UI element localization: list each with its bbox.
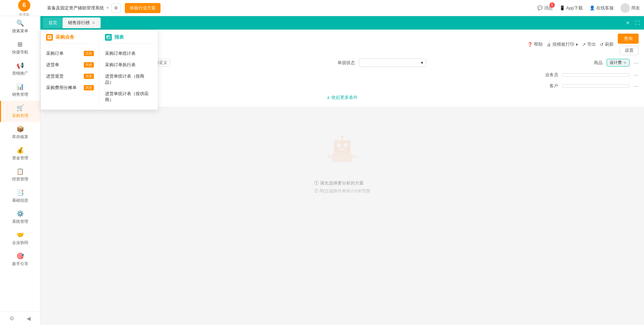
print-chevron[interactable]: ▾ xyxy=(576,42,578,47)
sidebar: 🔍 搜索菜单 ⊞ 快捷导航 📢 营销推广 📊 销售管理 🛒 采购管理 📦 库存核… xyxy=(0,16,40,325)
tab-close-action[interactable]: ✕ xyxy=(624,19,632,27)
sidebar-item-basic-info[interactable]: 📑 基础信息 xyxy=(0,186,40,207)
svg-rect-0 xyxy=(334,140,351,154)
dropdown-item-stock-return[interactable]: 进货退货 历史 xyxy=(46,71,94,82)
customer-dots[interactable]: ··· xyxy=(634,83,639,89)
logo-icon: 6 xyxy=(18,0,30,11)
export-button[interactable]: ↗ 导出 xyxy=(582,41,596,47)
refresh-icon: ↺ xyxy=(600,42,604,47)
search-icon: 🔍 xyxy=(16,19,24,27)
svg-point-6 xyxy=(341,135,344,138)
tab-home[interactable]: 首页 xyxy=(43,17,63,28)
doc-status-select[interactable]: ▾ xyxy=(359,58,426,67)
clipboard-icon: 📋 xyxy=(16,168,24,175)
gear-icon: ⚙️ xyxy=(16,210,24,217)
dropdown-report-col: 报表 采购订单统计表 采购订单执行表 进货单统计表（按商品） 进货单统计表（按供… xyxy=(99,34,158,106)
tab-bar: 首页 销售排行榜 ✕ ✕ ⛶ xyxy=(40,16,644,30)
dropdown-item-purchase-order[interactable]: 采购订单 历史 xyxy=(46,48,94,59)
service-icon: 👤 xyxy=(589,5,595,10)
dropdown-item-report-1[interactable]: 采购订单执行表 xyxy=(105,59,153,71)
doc-icon: 📑 xyxy=(16,189,24,196)
message-item[interactable]: 💬 消息 5 xyxy=(537,5,553,11)
sidebar-item-marketing[interactable]: 📢 营销推广 xyxy=(0,58,40,80)
goods-tag-close[interactable]: ✕ xyxy=(623,60,627,65)
sidebar-item-guide[interactable]: 🎯 新手引导 xyxy=(0,249,40,270)
export-icon: ↗ xyxy=(582,42,586,47)
empty-hint-1: ① 请先选择要分析的方案 xyxy=(314,180,364,186)
tab-sales-rank[interactable]: 销售排行榜 ✕ xyxy=(63,17,101,28)
collapse-icon: ∧ xyxy=(327,95,330,100)
phone-icon: 📱 xyxy=(560,5,565,10)
empty-illustration xyxy=(325,133,359,173)
handshake-icon: 🤝 xyxy=(16,231,24,239)
print-icon: 🖨 xyxy=(547,42,551,47)
query-button[interactable]: 查询 xyxy=(618,34,639,44)
user-item[interactable]: 用友 xyxy=(620,3,640,13)
goods-dots[interactable]: ··· xyxy=(634,60,639,66)
sidebar-item-purchase[interactable]: 🛒 采购管理 xyxy=(0,101,40,122)
dropdown-purchase-col: 采购业务 采购订单 历史 进货单 历史 进货退货 历史 采购费用分摊单 历史 xyxy=(41,34,99,106)
svg-rect-14 xyxy=(108,37,109,39)
query-btn-area: 查询 设置 xyxy=(618,34,639,55)
history-badge-0: 历史 xyxy=(84,51,94,56)
doc-status-chevron: ▾ xyxy=(421,60,423,65)
top-bar-right: 💬 消息 5 📱 App下载 👤 在线客服 用友 xyxy=(537,3,640,13)
help-button[interactable]: ❓ 帮助 xyxy=(527,41,543,47)
sidebar-item-sales[interactable]: 📊 销售管理 xyxy=(0,80,40,101)
app-download-item[interactable]: 📱 App下载 xyxy=(560,5,583,11)
help-icon: ❓ xyxy=(527,42,533,47)
dropdown-item-report-0[interactable]: 采购订单统计表 xyxy=(105,48,153,59)
svg-rect-4 xyxy=(332,154,352,162)
sidebar-bottom: ⚙ ◀ xyxy=(0,312,40,325)
svg-rect-15 xyxy=(109,36,110,39)
message-badge: 5 xyxy=(549,2,555,8)
dropdown-item-purchase-expense[interactable]: 采购费用分摊单 历史 xyxy=(46,82,94,93)
sidebar-item-finance[interactable]: 💰 资金管理 xyxy=(0,143,40,164)
customer-label: 客户 xyxy=(549,83,558,89)
dropdown-item-stock-in[interactable]: 进货单 历史 xyxy=(46,59,94,71)
svg-rect-7 xyxy=(327,155,332,158)
svg-rect-13 xyxy=(107,38,108,39)
sidebar-settings-icon[interactable]: ⚙ xyxy=(9,315,14,322)
tab-fullscreen-action[interactable]: ⛶ xyxy=(633,19,641,27)
box-icon: 📦 xyxy=(16,125,24,133)
dropdown-item-report-2[interactable]: 进货单统计表（按商品） xyxy=(105,71,153,88)
sidebar-item-quick-nav[interactable]: ⊞ 快捷导航 xyxy=(0,37,40,58)
history-badge-1: 历史 xyxy=(84,62,94,68)
online-service-item[interactable]: 👤 在线客服 xyxy=(589,5,614,11)
salesperson-label: 业务员 xyxy=(545,72,558,78)
svg-rect-1 xyxy=(337,144,341,147)
sidebar-item-system[interactable]: ⚙️ 系统管理 xyxy=(0,207,40,228)
cart-icon: 🛒 xyxy=(16,104,24,112)
empty-state: ① 请先选择要分析的方案 ② 用[过滤]条件来缩小分析范围 xyxy=(40,107,644,221)
tab-bar-actions: ✕ ⛶ xyxy=(624,19,641,27)
dropdown-item-report-3[interactable]: 进货单统计表（按供应商） xyxy=(105,88,153,106)
industry-button[interactable]: 体验行业方案 xyxy=(125,3,160,13)
sidebar-item-inventory[interactable]: 📦 库存核算 xyxy=(0,122,40,143)
dropdown-purchase-header: 采购业务 xyxy=(46,34,94,44)
money-icon: 💰 xyxy=(16,147,24,154)
refresh-button[interactable]: ↺ 刷新 xyxy=(600,41,614,47)
salesperson-dots[interactable]: ··· xyxy=(634,72,639,78)
print-button[interactable]: 🖨 按模板打印 ▾ xyxy=(547,41,578,47)
sidebar-item-operations[interactable]: 📋 经营管理 xyxy=(0,164,40,186)
goods-label: 商品 xyxy=(594,60,603,66)
grid-icon: ⊞ xyxy=(17,41,23,48)
sidebar-item-search[interactable]: 🔍 搜索菜单 xyxy=(0,16,40,37)
empty-hint-2: ② 用[过滤]条件来缩小分析范围 xyxy=(314,188,370,194)
system-title-chevron[interactable]: ▾ xyxy=(107,6,109,10)
history-badge-3: 历史 xyxy=(84,85,94,90)
svg-rect-3 xyxy=(339,149,346,150)
sidebar-collapse-icon[interactable]: ◀ xyxy=(27,315,31,322)
logo-subtitle: 标准版 xyxy=(19,12,29,17)
tab-close-icon[interactable]: ✕ xyxy=(92,21,95,25)
message-icon: 💬 xyxy=(537,5,543,10)
set-button[interactable]: 设置 xyxy=(620,46,639,55)
history-badge-2: 历史 xyxy=(84,74,94,79)
settings-icon[interactable]: ⚙ xyxy=(111,3,121,13)
salesperson-select[interactable] xyxy=(562,73,630,77)
sidebar-item-cooperation[interactable]: 🤝 企业协同 xyxy=(0,228,40,249)
customer-select[interactable] xyxy=(562,84,630,88)
top-bar: 6 标准版 装备及固定资产辅助管理系统 ▾ ⚙ 体验行业方案 💬 消息 5 📱 … xyxy=(0,0,644,16)
svg-rect-9 xyxy=(47,35,51,39)
